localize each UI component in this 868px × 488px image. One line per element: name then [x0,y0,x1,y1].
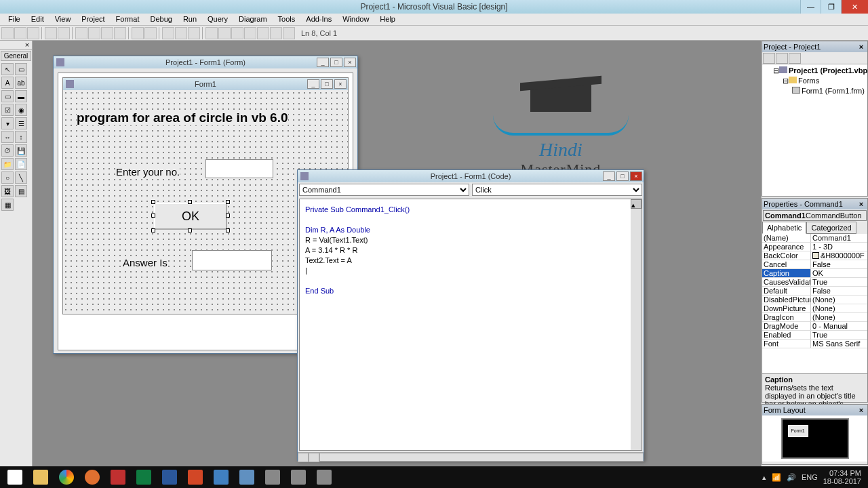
view-object-button[interactable] [776,53,788,64]
close-button[interactable]: ✕ [841,0,868,14]
object-selector[interactable]: Command1 CommandButton [763,210,867,221]
tray-network-icon[interactable]: 📶 [772,473,781,482]
layout-screen[interactable]: Form1 [781,418,849,459]
menu-addins[interactable]: Add-Ins [300,14,337,25]
procedure-combo[interactable]: Click [472,184,642,196]
menu-project[interactable]: Project [76,14,110,25]
menu-help[interactable]: Help [374,14,401,25]
ok-button[interactable]: OK [154,203,227,230]
menu-view[interactable]: View [50,14,77,25]
task-app3[interactable] [260,468,285,487]
menu-format[interactable]: Format [111,14,145,25]
tab-categorized[interactable]: Categorized [806,222,856,234]
toolbox-close[interactable]: × [22,41,32,49]
tool-pointer[interactable]: ↖ [1,63,14,75]
menu-tools[interactable]: Tools [273,14,301,25]
text2-input[interactable] [192,250,272,270]
code-window-max[interactable]: □ [616,171,629,181]
tb-undo[interactable] [132,27,144,39]
tool-optionbutton[interactable]: ◉ [15,104,27,116]
tb-dataview[interactable] [270,27,282,39]
prop-row-caption[interactable]: CaptionOK [762,269,867,278]
form1-close[interactable]: × [334,79,347,89]
tb-menueditor[interactable] [27,27,39,39]
task-powerpoint[interactable] [183,468,208,487]
tool-hscroll[interactable]: ↔ [1,131,14,143]
tool-label[interactable]: A [1,77,14,89]
form-window-min[interactable]: _ [317,58,329,67]
prop-row-enabled[interactable]: EnabledTrue [762,331,867,340]
start-button[interactable] [3,468,27,487]
procedure-view-icon[interactable] [298,453,309,462]
prop-row-name[interactable]: (Name)Command1 [762,234,867,243]
code-hscroll[interactable] [319,453,644,462]
menu-debug[interactable]: Debug [144,14,177,25]
fullmodule-view-icon[interactable] [309,453,319,462]
props-close[interactable]: × [856,200,866,208]
tb-formlayout[interactable] [231,27,243,39]
task-search[interactable] [80,468,104,487]
heading-label[interactable]: program for area of circle in vb 6.0 [77,110,288,125]
prop-row-downpicture[interactable]: DownPicture(None) [762,304,867,313]
toggle-folders-button[interactable] [789,53,801,64]
tool-data[interactable]: ▤ [15,185,27,197]
tb-copy[interactable] [88,27,100,39]
menu-query[interactable]: Query [202,14,233,25]
code-editor[interactable]: ▴ Private Sub Command1_Click() Dim R, A … [299,199,642,451]
menu-file[interactable]: File [3,14,26,25]
tool-timer[interactable]: ⏱ [1,144,14,157]
prop-row-appearance[interactable]: Appearance1 - 3D [762,243,867,251]
task-app1[interactable] [106,468,130,487]
tool-textbox[interactable]: ab [15,77,27,89]
prop-row-default[interactable]: DefaultFalse [762,287,867,296]
tray-volume-icon[interactable]: 🔊 [787,473,796,482]
enter-no-label[interactable]: Enter your no. [116,166,180,178]
tray-clock[interactable]: 07:34 PM 18-08-2017 [823,469,865,485]
layout-close[interactable]: × [856,406,866,414]
task-word[interactable] [157,468,182,487]
tool-combobox[interactable]: ▾ [1,117,14,129]
tree-project[interactable]: ⊟Project1 (Project1.vbp) [764,66,866,76]
menu-edit[interactable]: Edit [26,14,50,25]
object-combo[interactable]: Command1 [299,184,469,196]
toolbox-tab-general[interactable]: General [1,51,31,61]
task-chrome[interactable] [54,468,79,487]
layout-form-mini[interactable]: Form1 [788,425,808,437]
tb-objbrowser[interactable] [244,27,256,39]
form-window-titlebar[interactable]: Project1 - Form1 (Form) _ □ × [54,56,357,68]
tool-listbox[interactable]: ☰ [15,117,27,129]
task-vb6[interactable] [235,468,259,487]
view-code-button[interactable] [763,53,775,64]
task-app4[interactable] [286,468,311,487]
tray-up-icon[interactable]: ▴ [762,473,766,482]
prop-row-dragmode[interactable]: DragMode0 - Manual [762,322,867,331]
tray-lang[interactable]: ENG [802,473,818,481]
tb-break[interactable] [175,27,187,39]
maximize-button[interactable]: ❐ [821,0,841,14]
tb-properties[interactable] [218,27,231,39]
tool-checkbox[interactable]: ☑ [1,104,14,116]
form1-titlebar[interactable]: Form1 _ □ × [63,78,348,90]
prop-row-dragicon[interactable]: DragIcon(None) [762,313,867,322]
task-excel[interactable] [132,468,156,487]
code-window-min[interactable]: _ [603,171,615,181]
tb-cut[interactable] [75,27,87,39]
tb-toolbox[interactable] [257,27,269,39]
code-vscroll[interactable]: ▴ [631,199,642,450]
tb-redo[interactable] [144,27,157,39]
tb-find[interactable] [114,27,126,39]
tb-open[interactable] [45,27,57,39]
task-app5[interactable] [312,468,336,487]
form1-max[interactable]: □ [321,79,333,89]
tb-save[interactable] [58,27,70,39]
form1-min[interactable]: _ [307,79,319,89]
tool-image[interactable]: 🖼 [1,185,14,197]
code-window-titlebar[interactable]: Project1 - Form1 (Code) _ □ × [298,170,644,182]
tb-vcm[interactable] [283,27,295,39]
tool-frame[interactable]: ▭ [1,90,14,102]
tool-ole[interactable]: ▦ [1,199,14,211]
tb-projectexp[interactable] [205,27,218,39]
menu-run[interactable]: Run [178,14,202,25]
minimize-button[interactable]: — [800,0,821,14]
tab-alphabetic[interactable]: Alphabetic [762,222,806,234]
